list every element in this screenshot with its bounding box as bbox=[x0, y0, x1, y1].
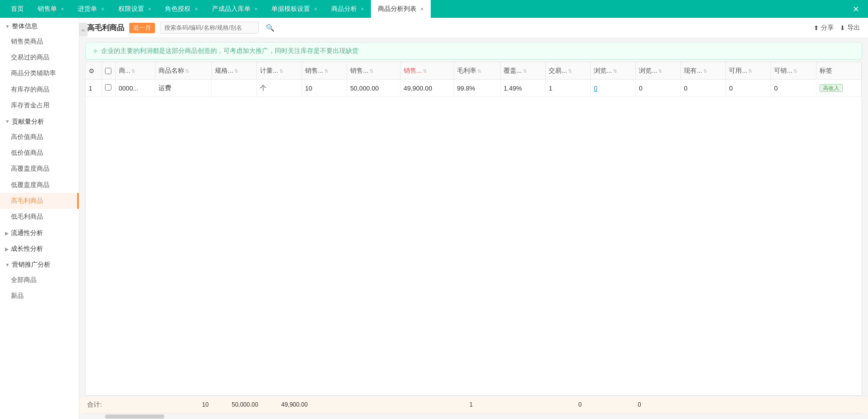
top-nav-bar: 首页 销售单 × 进货单 × 权限设置 × 角色授权 × 产成品入库单 × 单据… bbox=[0, 0, 868, 18]
sidebar-item-all-goods[interactable]: 全部商品 bbox=[0, 272, 79, 288]
tag-badge: 高收入 bbox=[819, 84, 843, 92]
col-name[interactable]: 商品名称 ⇅ bbox=[155, 62, 211, 80]
time-filter-button[interactable]: 近一月 bbox=[129, 23, 155, 33]
col-coverage[interactable]: 覆盖... ⇅ bbox=[501, 62, 546, 80]
nav-template-settings[interactable]: 单据模板设置 × bbox=[264, 0, 324, 18]
sidebar-item-high-margin[interactable]: 高毛利商品 bbox=[0, 193, 79, 209]
col-sales-amount[interactable]: 销售... ⇅ bbox=[347, 62, 401, 80]
sidebar-item-low-coverage[interactable]: 低覆盖度商品 bbox=[0, 177, 79, 193]
footer-gap2 bbox=[495, 401, 574, 408]
cell-coverage: 1.49% bbox=[501, 80, 546, 97]
col-checkbox[interactable] bbox=[102, 62, 115, 80]
footer-current-stock: 0 bbox=[574, 401, 604, 408]
sort-icon-gross-margin: ⇅ bbox=[477, 68, 481, 74]
nav-sales-order[interactable]: 销售单 × bbox=[31, 0, 71, 18]
col-unit[interactable]: 计量... ⇅ bbox=[257, 62, 302, 80]
sidebar-item-stocked-goods[interactable]: 有库存的商品 bbox=[0, 82, 79, 97]
col-sales-net[interactable]: 销售... ⇅ bbox=[400, 62, 454, 80]
close-permission-settings-icon[interactable]: × bbox=[148, 6, 151, 12]
col-views1[interactable]: 浏览... ⇅ bbox=[591, 62, 636, 80]
sort-icon-current-stock: ⇅ bbox=[703, 68, 707, 74]
sidebar-section-marketing[interactable]: ▼ 营销推广分析 bbox=[0, 256, 79, 272]
sort-icon-transactions: ⇅ bbox=[568, 68, 572, 74]
col-views2[interactable]: 浏览... ⇅ bbox=[636, 62, 681, 80]
sidebar-item-high-coverage[interactable]: 高覆盖度商品 bbox=[0, 161, 79, 177]
nav-product-analysis-list[interactable]: 商品分析列表 × bbox=[371, 0, 430, 18]
header-actions: ⬆ 分享 ⬇ 导出 bbox=[814, 23, 860, 32]
col-sales-qty[interactable]: 销售... ⇅ bbox=[302, 62, 347, 80]
sidebar-section-contribution[interactable]: ▼ 贡献量分析 bbox=[0, 113, 79, 129]
content-header: 高毛利商品 近一月 🔍 ⬆ 分享 ⬇ 导出 bbox=[79, 18, 868, 38]
footer-sales-amount: 50,000.00 bbox=[228, 401, 277, 408]
sort-icon-sales-net: ⇅ bbox=[423, 68, 427, 74]
chevron-right-icon-2: ▶ bbox=[5, 246, 9, 252]
views1-link[interactable]: 0 bbox=[594, 85, 597, 92]
sort-icon-unit: ⇅ bbox=[279, 68, 283, 74]
search-icon[interactable]: 🔍 bbox=[266, 24, 274, 32]
sort-icon-views2: ⇅ bbox=[658, 68, 662, 74]
sort-icon-name: ⇅ bbox=[185, 68, 189, 74]
close-product-analysis-list-icon[interactable]: × bbox=[420, 6, 423, 12]
data-table: ⚙ 商... ⇅ 商品名称 bbox=[86, 62, 862, 97]
close-app-button[interactable]: ✕ bbox=[848, 4, 864, 14]
chevron-down-icon-3: ▼ bbox=[5, 262, 10, 268]
sidebar-toggle-button[interactable]: « bbox=[79, 23, 88, 37]
col-code[interactable]: 商... ⇅ bbox=[115, 62, 155, 80]
chevron-down-icon: ▼ bbox=[5, 24, 10, 29]
row-checkbox[interactable] bbox=[105, 84, 111, 91]
sidebar-item-high-value[interactable]: 高价值商品 bbox=[0, 129, 79, 145]
close-role-auth-icon[interactable]: × bbox=[195, 6, 198, 12]
footer-cells: 10 50,000.00 49,900.00 1 0 0 bbox=[198, 401, 664, 408]
sidebar-section-overall[interactable]: ▼ 整体信息 bbox=[0, 18, 79, 34]
share-button[interactable]: ⬆ 分享 bbox=[814, 23, 834, 32]
data-table-wrapper: ⚙ 商... ⇅ 商品名称 bbox=[85, 62, 862, 396]
export-button[interactable]: ⬇ 导出 bbox=[840, 23, 860, 32]
scrollbar-thumb[interactable] bbox=[105, 415, 164, 419]
sidebar-item-traded-goods[interactable]: 交易过的商品 bbox=[0, 49, 79, 65]
col-spec[interactable]: 规格... ⇅ bbox=[211, 62, 256, 80]
sidebar-item-low-value[interactable]: 低价值商品 bbox=[0, 145, 79, 161]
sidebar-section-liquidity[interactable]: ▶ 流通性分析 bbox=[0, 225, 79, 240]
col-current-stock[interactable]: 现有... ⇅ bbox=[681, 62, 726, 80]
sort-icon-spec: ⇅ bbox=[234, 68, 238, 74]
nav-role-auth[interactable]: 角色授权 × bbox=[158, 0, 204, 18]
nav-product-inbound[interactable]: 产成品入库单 × bbox=[205, 0, 264, 18]
sidebar-item-stock-capital[interactable]: 库存资金占用 bbox=[0, 97, 79, 113]
sidebar-item-low-margin[interactable]: 低毛利商品 bbox=[0, 209, 79, 225]
share-icon: ⬆ bbox=[814, 24, 819, 32]
col-transactions[interactable]: 交易... ⇅ bbox=[546, 62, 591, 80]
select-all-checkbox[interactable] bbox=[105, 68, 111, 74]
search-input[interactable] bbox=[160, 22, 259, 34]
nav-purchase-order[interactable]: 进货单 × bbox=[71, 0, 111, 18]
close-product-inbound-icon[interactable]: × bbox=[255, 6, 257, 12]
cell-spec bbox=[211, 80, 256, 97]
col-settings[interactable]: ⚙ bbox=[86, 62, 102, 80]
cell-name: 运费 bbox=[155, 80, 211, 97]
footer-gap bbox=[327, 401, 465, 408]
close-product-analysis-icon[interactable]: × bbox=[361, 6, 364, 12]
info-banner: ✧ 企业的主要的利润都是这部分商品创造的，可考虑加大推广，同时关注库存是不要出现… bbox=[85, 42, 862, 60]
cell-sales-amount: 50,000.00 bbox=[347, 80, 401, 97]
close-sales-order-icon[interactable]: × bbox=[61, 6, 64, 12]
close-purchase-order-icon[interactable]: × bbox=[101, 6, 104, 12]
table-row: 1 0000... 运费 个 10 50,000.00 49,900.00 99… bbox=[86, 80, 862, 97]
sidebar-item-new-goods[interactable]: 新品 bbox=[0, 288, 79, 304]
close-template-settings-icon[interactable]: × bbox=[314, 6, 317, 12]
nav-permission-settings[interactable]: 权限设置 × bbox=[111, 0, 158, 18]
col-sellable[interactable]: 可销... ⇅ bbox=[771, 62, 816, 80]
sidebar-item-category-assist-rate[interactable]: 商品分类辅助率 bbox=[0, 65, 79, 81]
col-available[interactable]: 可用... ⇅ bbox=[726, 62, 771, 80]
footer-sales-qty: 10 bbox=[198, 401, 228, 408]
cell-current-stock: 0 bbox=[681, 80, 726, 97]
sidebar-section-growth[interactable]: ▶ 成长性分析 bbox=[0, 240, 79, 256]
nav-product-analysis[interactable]: 商品分析 × bbox=[324, 0, 371, 18]
footer-sellable: 0 bbox=[634, 401, 664, 408]
cell-views1[interactable]: 0 bbox=[591, 80, 636, 97]
nav-home[interactable]: 首页 bbox=[4, 0, 31, 18]
footer-sales-net: 49,900.00 bbox=[277, 401, 327, 408]
cell-checkbox[interactable] bbox=[102, 80, 115, 97]
sort-icon-code: ⇅ bbox=[131, 68, 135, 74]
col-gross-margin[interactable]: 毛利率 ⇅ bbox=[454, 62, 500, 80]
horizontal-scrollbar[interactable] bbox=[85, 413, 862, 419]
sidebar-item-sales-goods[interactable]: 销售类商品 bbox=[0, 34, 79, 49]
